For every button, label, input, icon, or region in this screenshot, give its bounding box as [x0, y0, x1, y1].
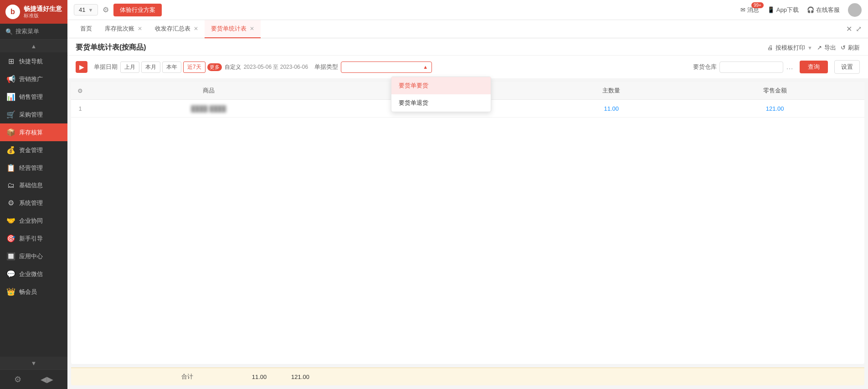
sidebar-item-sales[interactable]: 📊 销售管理 [0, 88, 67, 106]
page-title: 要货单统计表(按商品) [76, 43, 146, 52]
topbar-left: 41 ▼ ⚙ 体验行业方案 [74, 4, 162, 16]
refresh-icon: ↺ [841, 44, 846, 51]
purchase-icon: 🛒 [6, 110, 15, 119]
collapse-icon[interactable]: ◀▶ [41, 374, 53, 384]
tab-expand-icon[interactable]: ⤢ [856, 25, 862, 33]
warehouse-select-value [724, 64, 725, 71]
col-qty-header: 主数量 [537, 82, 685, 100]
export-button[interactable]: ↗ 导出 [817, 44, 836, 52]
sidebar-search[interactable]: 🔍 搜索菜单 [0, 24, 67, 40]
logo-text: 畅捷通好生意 标准版 [24, 5, 62, 19]
filter-expand-button[interactable]: ▶ [76, 61, 87, 73]
trial-button[interactable]: 体验行业方案 [113, 4, 162, 16]
date-filter-label: 单据日期 [94, 63, 118, 71]
date-filter-group: 单据日期 上月 本月 本年 近7天 更多 自定义 2023-05-06 至 20… [94, 61, 308, 73]
row-product: ████ ████ [89, 100, 328, 118]
date-7days-btn[interactable]: 近7天 [183, 61, 205, 73]
sidebar-item-purchase[interactable]: 🛒 采购管理 [0, 106, 67, 123]
tab-batch[interactable]: 库存批次账 ✕ [98, 20, 149, 38]
col-amount-header: 零售金额 [685, 82, 864, 100]
store-name: 41 [79, 6, 85, 13]
sidebar-item-guide[interactable]: 🎯 新手引导 [0, 230, 67, 247]
col-product-header: 商品 [89, 82, 328, 100]
sidebar-scroll-down[interactable]: ▼ [0, 357, 67, 369]
sidebar-item-member[interactable]: 👑 畅会员 [0, 283, 67, 301]
tab-close-all-icon[interactable]: ✕ [846, 25, 852, 33]
member-icon: 👑 [6, 287, 15, 296]
date-this-year-btn[interactable]: 本年 [162, 61, 181, 73]
tab-close-report[interactable]: ✕ [194, 26, 198, 32]
store-selector[interactable]: 41 ▼ [74, 4, 98, 15]
finance-icon: 💰 [6, 146, 15, 154]
warehouse-filter-group: 要货仓库 … [693, 61, 793, 73]
tab-order-stat[interactable]: 要货单统计表 ✕ [205, 20, 261, 38]
table-container: ⚙ 商品 主计量单位 主数量 零售金额 [71, 82, 864, 364]
footer-label: 合计 [77, 373, 193, 381]
sidebar-item-inventory[interactable]: 📦 库存核算 [0, 123, 67, 141]
settings-button[interactable]: 设置 [834, 60, 860, 74]
row-num: 1 [71, 100, 89, 118]
date-custom-btn[interactable]: 自定义 [225, 63, 241, 71]
online-service-button[interactable]: 🎧 在线客服 [807, 6, 840, 14]
warehouse-more-icon[interactable]: … [786, 63, 793, 71]
date-range-display: 2023-05-06 至 2023-06-06 [244, 63, 308, 71]
service-icon: 🎧 [807, 6, 814, 13]
tab-close-order-stat[interactable]: ✕ [250, 26, 254, 32]
base-icon: 🗂 [6, 181, 15, 189]
type-select-value [345, 64, 347, 71]
type-filter-group: 单据类型 ▲ [314, 61, 687, 73]
row-qty: 11.00 [537, 100, 685, 118]
type-dropdown-menu: 要货单要货 要货单退货 [391, 77, 491, 112]
date-last-month-btn[interactable]: 上月 [120, 61, 139, 73]
logo-icon: b [5, 5, 20, 19]
system-icon: ⚙ [6, 199, 15, 207]
print-dropdown-icon: ▼ [807, 45, 812, 51]
sidebar-item-collab[interactable]: 🤝 企业协同 [0, 212, 67, 230]
dropdown-item-return[interactable]: 要货单退货 [391, 94, 491, 112]
main-content: 41 ▼ ⚙ 体验行业方案 ✉ 消息 99+ 📱 App下载 🎧 在线客服 [67, 0, 868, 389]
tabs-bar: 首页 库存批次账 ✕ 收发存汇总表 ✕ 要货单统计表 ✕ ✕ ⤢ [67, 20, 868, 38]
tab-close-batch[interactable]: ✕ [138, 26, 142, 32]
message-button[interactable]: ✉ 消息 99+ [740, 6, 759, 14]
topbar-right: ✉ 消息 99+ 📱 App下载 🎧 在线客服 [740, 3, 862, 17]
column-settings-icon[interactable]: ⚙ [77, 87, 83, 94]
quick-nav-icon: ⊞ [6, 57, 15, 66]
col-settings-header[interactable]: ⚙ [71, 82, 89, 100]
sidebar-scroll-up[interactable]: ▲ [0, 40, 67, 52]
collab-icon: 🤝 [6, 216, 15, 225]
date-quick-buttons: 上月 本月 本年 近7天 更多 [120, 61, 222, 73]
tab-home[interactable]: 首页 [74, 20, 98, 38]
query-button[interactable]: 查询 [800, 61, 828, 73]
sidebar-item-marketing[interactable]: 📢 营销推广 [0, 70, 67, 88]
sidebar-item-quick-nav[interactable]: ⊞ 快捷导航 [0, 52, 67, 70]
sidebar-item-operation[interactable]: 📋 经营管理 [0, 159, 67, 177]
table-footer: 合计 11.00 121.00 [71, 368, 864, 385]
sidebar-item-system[interactable]: ⚙ 系统管理 [0, 194, 67, 212]
refresh-button[interactable]: ↺ 刷新 [841, 44, 860, 52]
warehouse-select[interactable] [719, 61, 783, 73]
print-button[interactable]: 🖨 按模板打印 ▼ [767, 44, 812, 52]
type-filter-label: 单据类型 [314, 63, 338, 71]
tab-report[interactable]: 收发存汇总表 ✕ [149, 20, 205, 38]
inventory-icon: 📦 [6, 128, 15, 137]
type-select[interactable]: ▲ [341, 61, 432, 73]
page-header-actions: 🖨 按模板打印 ▼ ↗ 导出 ↺ 刷新 [767, 44, 860, 52]
topbar-gear-icon[interactable]: ⚙ [103, 5, 109, 14]
warehouse-filter-label: 要货仓库 [693, 63, 717, 71]
guide-icon: 🎯 [6, 234, 15, 243]
sidebar-item-wechat[interactable]: 💬 企业微信 [0, 265, 67, 283]
user-avatar[interactable] [848, 3, 862, 17]
sidebar-item-finance[interactable]: 💰 资金管理 [0, 141, 67, 159]
message-badge: 99+ [751, 2, 764, 8]
sales-icon: 📊 [6, 92, 15, 101]
dropdown-item-order[interactable]: 要货单要货 [391, 77, 491, 94]
app-download-button[interactable]: 📱 App下载 [767, 6, 799, 14]
date-this-month-btn[interactable]: 本月 [141, 61, 160, 73]
page-header: 要货单统计表(按商品) 🖨 按模板打印 ▼ ↗ 导出 ↺ 刷新 [67, 38, 868, 56]
marketing-icon: 📢 [6, 75, 15, 83]
settings-bottom-icon[interactable]: ⚙ [14, 374, 21, 384]
type-select-arrow: ▲ [423, 64, 428, 70]
sidebar-item-appstore[interactable]: 🔲 应用中心 [0, 247, 67, 265]
store-dropdown-icon: ▼ [88, 7, 93, 13]
sidebar-item-base[interactable]: 🗂 基础信息 [0, 177, 67, 194]
